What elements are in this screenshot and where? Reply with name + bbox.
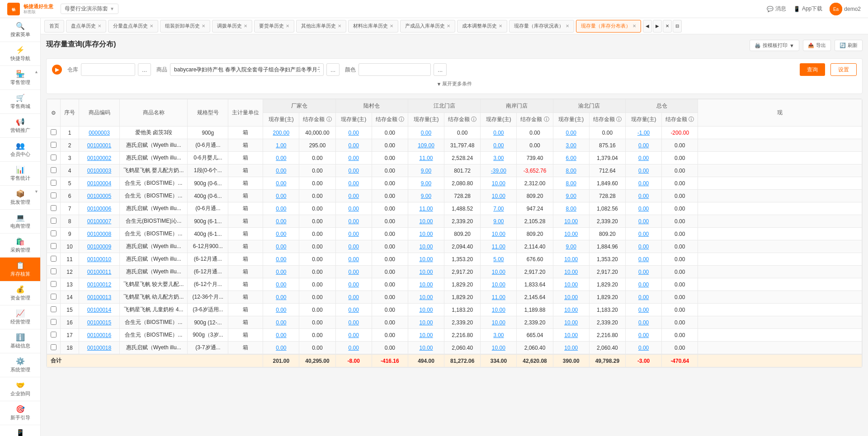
org-selector[interactable]: 母婴行业演示陈套 ▼	[61, 4, 118, 14]
row-check[interactable]	[47, 177, 61, 190]
row-tot-stock[interactable]: 0.00	[626, 291, 662, 304]
row-na-stock[interactable]: 10.00	[481, 266, 517, 278]
row-check[interactable]	[47, 139, 61, 152]
row-code[interactable]: 00100003	[79, 164, 120, 177]
row-lc-stock[interactable]: 0.00	[335, 316, 372, 329]
row-yb-stock[interactable]: 10.00	[553, 291, 589, 304]
row-tot-stock[interactable]: 0.00	[626, 304, 662, 316]
filter-collapse-btn[interactable]: ▶	[52, 65, 62, 75]
row-tot-stock[interactable]: -1.00	[626, 127, 662, 139]
row-jb-stock[interactable]: 109.00	[408, 139, 444, 152]
row-code[interactable]: 00100010	[79, 253, 120, 266]
tab-assembly[interactable]: 组装折卸单历史 ✕	[160, 20, 210, 33]
sidebar-item-search[interactable]: 🔍 搜索英单	[0, 18, 40, 42]
row-yb-stock[interactable]: 10.00	[553, 316, 589, 329]
row-jb-stock[interactable]: 10.00	[408, 304, 444, 316]
tab-order[interactable]: 要货单历史 ✕	[254, 20, 294, 33]
row-check[interactable]	[47, 342, 61, 355]
sidebar-item-ecom[interactable]: 💻 电商管理	[0, 210, 40, 234]
row-tot-stock[interactable]: 0.00	[626, 228, 662, 240]
row-fj-stock[interactable]: 0.00	[263, 164, 299, 177]
row-fj-stock[interactable]: 200.00	[263, 127, 299, 139]
row-tot-stock[interactable]: 0.00	[626, 240, 662, 253]
row-tot-stock[interactable]: 0.00	[626, 278, 662, 291]
row-na-stock[interactable]: 0.00	[481, 127, 517, 139]
row-check[interactable]	[47, 202, 61, 215]
row-code[interactable]: 00100002	[79, 152, 120, 164]
row-fj-stock[interactable]: 0.00	[263, 342, 299, 355]
row-lc-stock[interactable]: 0.00	[335, 177, 372, 190]
row-code[interactable]: 0000003	[79, 127, 120, 139]
tab-outbound-close[interactable]: ✕	[338, 23, 341, 28]
row-jb-stock[interactable]: 9.00	[408, 164, 444, 177]
row-yb-stock[interactable]: 3.00	[553, 139, 589, 152]
row-na-stock[interactable]: 3.00	[481, 329, 517, 342]
row-fj-stock[interactable]: 0.00	[263, 316, 299, 329]
setting-btn[interactable]: 设置	[830, 63, 857, 76]
sidebar-item-inventory[interactable]: 📋 库存核算	[0, 258, 40, 281]
color-input[interactable]	[359, 63, 431, 76]
row-na-stock[interactable]: 10.00	[481, 177, 517, 190]
messages-btn[interactable]: 💬 消息	[767, 5, 786, 13]
row-jb-stock[interactable]: 10.00	[408, 278, 444, 291]
row-tot-stock[interactable]: 0.00	[626, 202, 662, 215]
row-na-stock[interactable]: 10.00	[481, 304, 517, 316]
row-na-stock[interactable]: 10.00	[481, 342, 517, 355]
row-jb-stock[interactable]: 10.00	[408, 253, 444, 266]
row-na-stock[interactable]: 3.00	[481, 152, 517, 164]
row-lc-stock[interactable]: 0.00	[335, 202, 372, 215]
row-lc-stock[interactable]: 0.00	[335, 152, 372, 164]
row-tot-stock[interactable]: 0.00	[626, 342, 662, 355]
row-code[interactable]: 00100001	[79, 139, 120, 152]
row-fj-stock[interactable]: 0.00	[263, 202, 299, 215]
row-yb-stock[interactable]: 0.00	[553, 127, 589, 139]
row-code[interactable]: 00100014	[79, 304, 120, 316]
tab-partial-stocktake[interactable]: 分量盘点单历史 ✕	[108, 20, 158, 33]
sidebar-item-guide[interactable]: 🎯 新手引导	[0, 401, 40, 425]
sidebar-item-collab[interactable]: 🤝 企业协同	[0, 377, 40, 401]
row-jb-stock[interactable]: 9.00	[408, 190, 444, 202]
row-jb-stock[interactable]: 10.00	[408, 228, 444, 240]
col-settings[interactable]: ⚙	[47, 99, 61, 127]
row-jb-stock[interactable]: 10.00	[408, 266, 444, 278]
row-code[interactable]: 00100006	[79, 202, 120, 215]
row-na-stock[interactable]: 11.00	[481, 291, 517, 304]
row-code[interactable]: 00100004	[79, 177, 120, 190]
row-lc-stock[interactable]: 0.00	[335, 164, 372, 177]
row-fj-stock[interactable]: 1.00	[263, 139, 299, 152]
row-check[interactable]	[47, 266, 61, 278]
row-fj-stock[interactable]: 0.00	[263, 278, 299, 291]
row-fj-stock[interactable]: 0.00	[263, 177, 299, 190]
row-fj-stock[interactable]: 0.00	[263, 190, 299, 202]
row-na-stock[interactable]: 10.00	[481, 190, 517, 202]
row-check[interactable]	[47, 316, 61, 329]
row-lc-stock[interactable]: 0.00	[335, 266, 372, 278]
sidebar-item-ops[interactable]: 📈 经营管理	[0, 305, 40, 329]
row-yb-stock[interactable]: 10.00	[553, 278, 589, 291]
row-jb-stock[interactable]: 11.00	[408, 152, 444, 164]
warehouse-input[interactable]	[81, 63, 135, 76]
row-fj-stock[interactable]: 0.00	[263, 228, 299, 240]
row-jb-stock[interactable]: 10.00	[408, 291, 444, 304]
product-input[interactable]	[170, 63, 324, 76]
tab-inventory-status-close[interactable]: ✕	[566, 23, 569, 28]
row-fj-stock[interactable]: 0.00	[263, 253, 299, 266]
row-lc-stock[interactable]: 0.00	[335, 127, 372, 139]
row-check[interactable]	[47, 304, 61, 316]
sidebar-item-retail-stats[interactable]: 📊 零售统计	[0, 162, 40, 186]
tab-transfer-close[interactable]: ✕	[244, 23, 247, 28]
row-lc-stock[interactable]: 0.00	[335, 139, 372, 152]
tab-material-close[interactable]: ✕	[390, 23, 393, 28]
row-fj-stock[interactable]: 0.00	[263, 304, 299, 316]
row-check[interactable]	[47, 291, 61, 304]
row-code[interactable]: 00100016	[79, 329, 120, 342]
sidebar-item-purchase[interactable]: 🛍️ 采购管理	[0, 234, 40, 258]
row-yb-stock[interactable]: 9.00	[553, 190, 589, 202]
warehouse-dots-btn[interactable]: ...	[138, 63, 151, 76]
row-yb-stock[interactable]: 10.00	[553, 266, 589, 278]
row-fj-stock[interactable]: 0.00	[263, 152, 299, 164]
row-lc-stock[interactable]: 0.00	[335, 329, 372, 342]
tab-next-btn[interactable]: ▶	[653, 20, 662, 33]
row-jb-stock[interactable]: 10.00	[408, 240, 444, 253]
row-lc-stock[interactable]: 0.00	[335, 342, 372, 355]
